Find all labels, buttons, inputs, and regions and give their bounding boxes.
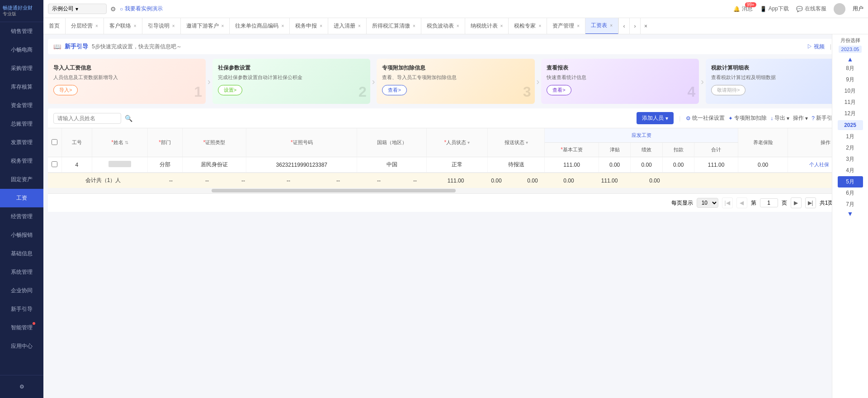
sidebar-item-operation[interactable]: 经营管理 [0, 207, 43, 226]
sidebar-item-ai[interactable]: 智能管理 [0, 318, 43, 337]
unified-social-security-btn[interactable]: ⚙ 统一社保设置 [686, 114, 725, 122]
tab-close-layer[interactable]: × [95, 23, 98, 28]
th-idno: *证照号码 [246, 128, 357, 157]
month-1[interactable]: 1月 [838, 131, 863, 142]
export-btn[interactable]: ↓ 导出 ▾ [770, 114, 789, 122]
guide-video-link[interactable]: ▷ 视频 [807, 43, 825, 51]
scrollbar-thumb[interactable] [212, 189, 456, 192]
sidebar-item-purchase[interactable]: 采购管理 [0, 59, 43, 78]
month-3[interactable]: 3月 [838, 154, 863, 165]
sidebar-item-finance[interactable]: 资金管理 [0, 96, 43, 115]
tab-layer[interactable]: 分层经营× [66, 18, 104, 34]
select-all-checkbox[interactable] [52, 139, 57, 145]
special-deduction-btn[interactable]: ✦ 专项附加扣除 [728, 114, 767, 122]
tab-close-all-btn[interactable]: × [640, 18, 651, 34]
sidebar-item-collab[interactable]: 企业协同 [0, 281, 43, 300]
sidebar-item-appstore[interactable]: 应用中心 [0, 337, 43, 356]
tab-close-customer[interactable]: × [134, 23, 137, 28]
tab-close-assets[interactable]: × [577, 23, 580, 28]
tab-close-taxburden[interactable]: × [457, 23, 459, 28]
tab-close-taxreport[interactable]: × [320, 23, 322, 28]
message-btn[interactable]: 🔔 消息 99+ [733, 5, 753, 13]
tab-prev-btn[interactable]: ‹ [618, 18, 629, 34]
step-4-num: 4 [687, 84, 695, 100]
month-10[interactable]: 10月 [838, 85, 863, 97]
tab-home[interactable]: 首页 [43, 18, 66, 34]
personal-insurance-link[interactable]: 个人社保 [809, 162, 829, 167]
topbar-gear-icon[interactable]: ⚙ [110, 5, 116, 13]
month-6[interactable]: 6月 [838, 187, 863, 199]
tab-close-register[interactable]: × [358, 23, 361, 28]
tab-code[interactable]: 往来单位商品编码× [230, 18, 290, 34]
sidebar-item-ecommerce[interactable]: 小畅电商 [0, 41, 43, 59]
sidebar-item-assets[interactable]: 固定资产 [0, 170, 43, 189]
company-selector[interactable]: 示例公司 ▾ [48, 4, 107, 14]
month-12[interactable]: 12月 [838, 108, 863, 119]
horizontal-scrollbar[interactable] [48, 188, 863, 193]
tab-close-invite[interactable]: × [222, 23, 224, 28]
tab-invite[interactable]: 邀请下游客户× [181, 18, 230, 34]
month-8[interactable]: 8月 [838, 63, 863, 74]
step-3-btn[interactable]: 查看> [382, 85, 406, 95]
steps-container: 导入人工资信息 人员信息及工资数据新增导入 导入> 1 › 社保参数设置 完成社… [48, 59, 863, 104]
online-service-btn[interactable]: 💬 在线客服 [796, 5, 826, 13]
sidebar-item-sales[interactable]: 销售管理 [0, 22, 43, 41]
app-download-btn[interactable]: 📱 App下载 [760, 5, 789, 13]
tab-assets[interactable]: 资产管理× [547, 18, 585, 34]
row-checkbox[interactable] [52, 161, 57, 167]
tab-close-taxexpert[interactable]: × [538, 23, 541, 28]
step-1-btn[interactable]: 导入> [53, 85, 78, 95]
month-2[interactable]: 2月 [838, 142, 863, 154]
prev-page-btn[interactable]: ◀ [736, 197, 747, 208]
page-input[interactable] [760, 198, 778, 207]
tab-taxexpert[interactable]: 税检专家× [509, 18, 547, 34]
month-11[interactable]: 11月 [838, 97, 863, 108]
search-button[interactable]: 🔍 [125, 115, 132, 122]
tab-taxburden[interactable]: 税负波动表× [421, 18, 465, 34]
next-page-btn[interactable]: ▶ [791, 197, 802, 208]
username[interactable]: 用户 [853, 5, 863, 13]
tab-close-incometax[interactable]: × [413, 23, 415, 28]
tab-close-payroll[interactable]: × [610, 23, 613, 28]
month-7[interactable]: 7月 [838, 199, 863, 210]
sidebar-item-ledger[interactable]: 总账管理 [0, 115, 43, 133]
step-4-btn[interactable]: 查看> [547, 85, 571, 95]
page-size-select[interactable]: 10 20 50 [697, 198, 718, 208]
sidebar-item-tax[interactable]: 税务管理 [0, 152, 43, 170]
tab-guide[interactable]: 引导说明× [142, 18, 181, 34]
search-input[interactable] [53, 113, 121, 124]
tab-taxstat[interactable]: 纳税统计表× [465, 18, 509, 34]
tab-customer[interactable]: 客户联络× [104, 18, 142, 34]
operation-btn[interactable]: 操作 ▾ [793, 114, 808, 122]
tab-close-code[interactable]: × [281, 23, 284, 28]
page-unit: 页 [782, 199, 787, 207]
month-up-btn[interactable]: ▲ [847, 56, 854, 63]
sidebar-item-system[interactable]: 系统管理 [0, 263, 43, 281]
download-icon: 📱 [760, 6, 767, 12]
tab-taxreport[interactable]: 税务申报× [290, 18, 328, 34]
sidebar-item-expense[interactable]: 小畅报销 [0, 226, 43, 244]
month-down-btn[interactable]: ▼ [847, 210, 854, 217]
add-employee-button[interactable]: 添加人员 ▾ [637, 112, 674, 124]
sidebar-item-invoice[interactable]: 发票管理 [0, 133, 43, 152]
tab-register[interactable]: 进入清册× [328, 18, 367, 34]
demo-btn[interactable]: ○ 我要看实例演示 [120, 5, 163, 13]
settings-icon[interactable]: ⚙ [0, 380, 43, 393]
tab-next-btn[interactable]: › [629, 18, 640, 34]
avatar[interactable] [834, 3, 845, 15]
first-page-btn[interactable]: |◀ [722, 197, 733, 208]
plus-icon: ✦ [728, 115, 733, 122]
month-9[interactable]: 9月 [838, 74, 863, 85]
sidebar-item-guide[interactable]: 新手引导 [0, 300, 43, 318]
tab-payroll[interactable]: 工资表× [585, 18, 618, 34]
sidebar-item-payroll[interactable]: 工资 [0, 189, 43, 207]
sidebar-item-basic[interactable]: 基础信息 [0, 244, 43, 263]
month-4[interactable]: 4月 [838, 165, 863, 176]
month-5[interactable]: 5月 [838, 176, 863, 187]
tab-incometax[interactable]: 所得税汇算清缴× [367, 18, 421, 34]
last-page-btn[interactable]: ▶| [805, 197, 816, 208]
tab-close-taxstat[interactable]: × [500, 23, 503, 28]
step-2-btn[interactable]: 设置> [218, 85, 242, 95]
tab-close-guide[interactable]: × [172, 23, 175, 28]
sidebar-item-inventory[interactable]: 库存核算 [0, 78, 43, 96]
